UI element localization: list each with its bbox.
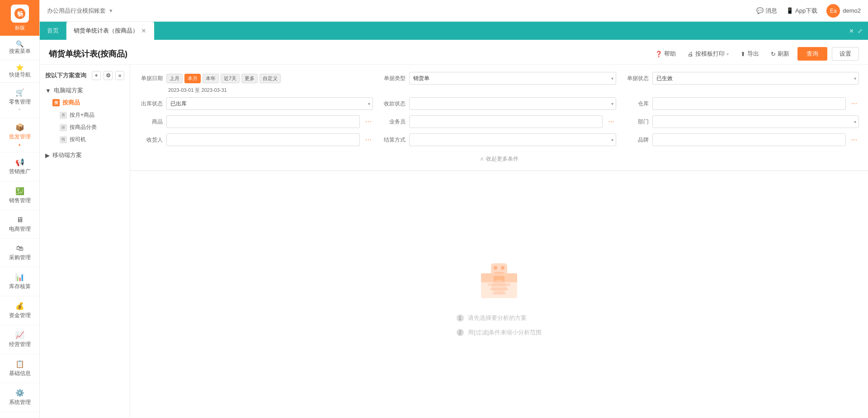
tree-section-pc-header[interactable]: ▼ 电脑端方案: [40, 85, 130, 96]
doc-type-label: 单据类型: [382, 75, 406, 82]
svg-rect-7: [490, 288, 508, 290]
sidebar-item-search[interactable]: 🔍 搜索菜单: [0, 36, 39, 60]
window-maximize-icon[interactable]: ⤢: [858, 28, 863, 34]
sidebar-item-marketing[interactable]: 📢 营销推广: [0, 152, 39, 181]
tab-maximize-area: ✕ ⤢: [849, 28, 868, 34]
content-area: 销货单统计表(按商品) ❓ 帮助 🖨 按模板打印 ▾ ⬆ 导出 ↻ 刷新: [40, 40, 868, 418]
receiver-label: 收货人: [139, 136, 163, 144]
doc-type-select-wrapper: 销货单 ▾: [409, 72, 616, 85]
dropdown-icon[interactable]: ▾: [109, 7, 113, 14]
department-select[interactable]: [652, 115, 859, 128]
phone-icon: 📱: [786, 7, 793, 14]
svg-rect-6: [488, 283, 510, 286]
sidebar-item-finance[interactable]: 💰 资金管理: [0, 296, 39, 325]
sidebar-item-enterprise[interactable]: 🤝 企业协同: [0, 412, 39, 418]
add-scheme-btn[interactable]: +: [92, 71, 101, 80]
sidebar-item-inventory[interactable]: 📊 库存核算: [0, 267, 39, 296]
filter-row-1: 单据日期 上月 本月 本年 近7天 更多 自定义: [139, 72, 859, 85]
scheme-icon-by-product: 按: [52, 99, 60, 106]
out-status-select-wrapper: 已出库 ▾: [166, 97, 373, 110]
main-content: 办公用品行业模拟账套 ▾ 💬 消息 📱 App下载 Ea demo2 首页 销货…: [40, 0, 868, 418]
message-btn[interactable]: 💬 消息: [756, 7, 777, 15]
doc-status-select[interactable]: 已生效: [652, 72, 859, 85]
date-btn-7days[interactable]: 近7天: [221, 74, 240, 83]
print-dropdown-icon[interactable]: ▾: [726, 52, 729, 57]
query-button[interactable]: 查询: [797, 47, 827, 61]
out-status-label: 出库状态: [139, 100, 163, 108]
filter-row-4: 收货人 ··· 结算方式 ▾: [139, 133, 859, 146]
date-btn-this-year[interactable]: 本年: [203, 74, 219, 83]
date-btn-more[interactable]: 更多: [241, 74, 258, 83]
filter-product: 商品 ···: [139, 115, 373, 128]
date-btn-this-month[interactable]: 本月: [184, 74, 201, 83]
sidebar-item-purchase[interactable]: 🛍 采购管理: [0, 239, 39, 267]
tree-item-by-month-product[interactable]: 月 按月+商品: [40, 109, 130, 121]
tip-number-2: 2: [457, 329, 464, 336]
sidebar-item-retail[interactable]: 🛒 零售管理 ▾: [0, 83, 39, 118]
svg-point-11: [501, 266, 505, 270]
tab-sales-report[interactable]: 销货单统计表（按商品） ✕: [66, 22, 154, 40]
out-status-select[interactable]: 已出库: [166, 97, 373, 110]
department-label: 部门: [625, 118, 649, 126]
export-btn[interactable]: ⬆ 导出: [737, 48, 763, 60]
app-download-btn[interactable]: 📱 App下载: [786, 7, 817, 15]
account-title: 办公用品行业模拟账套: [47, 7, 106, 15]
user-profile[interactable]: Ea demo2: [826, 4, 861, 18]
date-btn-custom[interactable]: 自定义: [259, 74, 281, 83]
collapse-panel-btn[interactable]: «: [115, 71, 124, 80]
scheme-icon-by-month-product: 月: [60, 112, 67, 119]
sidebar-item-sales[interactable]: 💹 销售管理: [0, 181, 39, 210]
filter-settlement: 结算方式 ▾: [382, 133, 616, 146]
warehouse-more-icon[interactable]: ···: [849, 100, 859, 108]
tab-home[interactable]: 首页: [40, 22, 66, 40]
help-btn[interactable]: ❓ 帮助: [651, 48, 679, 60]
brand-more-icon[interactable]: ···: [849, 136, 859, 144]
tree-item-by-category[interactable]: 分 按商品分类: [40, 121, 130, 133]
print-btn[interactable]: 🖨 按模板打印 ▾: [684, 48, 732, 60]
avatar: Ea: [826, 4, 840, 18]
sidebar-item-ecommerce[interactable]: 🖥 电商管理: [0, 210, 39, 239]
salesman-more-icon[interactable]: ···: [606, 118, 616, 126]
warehouse-input[interactable]: [652, 97, 846, 110]
empty-state: 1 请先选择要分析的方案 2 用[过滤]条件来缩小分析范围: [130, 171, 868, 418]
settings-scheme-btn[interactable]: ⚙: [104, 71, 113, 80]
settlement-select[interactable]: [409, 133, 616, 146]
product-more-icon[interactable]: ···: [363, 118, 373, 126]
collapse-bar[interactable]: ∧ 收起更多条件: [139, 152, 859, 163]
tree-item-by-product[interactable]: 按 按商品: [40, 96, 130, 109]
tab-bar: 首页 销货单统计表（按商品） ✕ ✕ ⤢: [40, 22, 868, 40]
svg-rect-12: [495, 272, 504, 273]
print-icon: 🖨: [688, 51, 693, 57]
window-close-icon[interactable]: ✕: [849, 28, 854, 34]
main-body: 按以下方案查询 + ⚙ « ▼ 电脑端方案 按 按商品: [40, 65, 868, 418]
export-icon: ⬆: [741, 51, 745, 57]
tree-section-mobile: ▶ 移动端方案: [40, 147, 130, 163]
empty-tips: 1 请先选择要分析的方案 2 用[过滤]条件来缩小分析范围: [457, 312, 542, 338]
sidebar-item-wholesale[interactable]: 📦 批发管理 ▴: [0, 118, 39, 152]
receiver-more-icon[interactable]: ···: [363, 136, 373, 144]
tab-close-icon[interactable]: ✕: [141, 27, 146, 34]
settings-button[interactable]: 设置: [832, 47, 859, 61]
salesman-input[interactable]: [409, 115, 603, 128]
sidebar-item-quick-nav[interactable]: ⭐ 快捷导航: [0, 60, 39, 83]
date-label: 单据日期: [139, 75, 163, 82]
sidebar-item-system[interactable]: ⚙️ 系统管理: [0, 383, 39, 412]
doc-type-select[interactable]: 销货单: [409, 72, 616, 85]
sidebar-item-operations[interactable]: 📈 经营管理: [0, 325, 39, 354]
settlement-label: 结算方式: [382, 136, 406, 144]
brand-input[interactable]: [652, 133, 846, 146]
message-icon: 💬: [756, 7, 764, 14]
receiver-input[interactable]: [166, 133, 360, 146]
receipt-status-label: 收款状态: [382, 100, 406, 108]
product-input[interactable]: [166, 115, 360, 128]
refresh-btn[interactable]: ↻ 刷新: [767, 48, 793, 60]
tree-section-mobile-header[interactable]: ▶ 移动端方案: [40, 149, 130, 161]
settlement-select-wrapper: ▾: [409, 133, 616, 146]
receipt-status-select[interactable]: [409, 97, 616, 110]
salesman-label: 业务员: [382, 118, 406, 126]
tree-item-by-cashier[interactable]: 司 按司机: [40, 133, 130, 146]
filter-department: 部门 ▾: [625, 115, 859, 128]
sidebar-item-basics[interactable]: 📋 基础信息: [0, 354, 39, 383]
panel-header: 按以下方案查询 + ⚙ «: [40, 68, 130, 83]
date-btn-last-month[interactable]: 上月: [166, 74, 183, 83]
